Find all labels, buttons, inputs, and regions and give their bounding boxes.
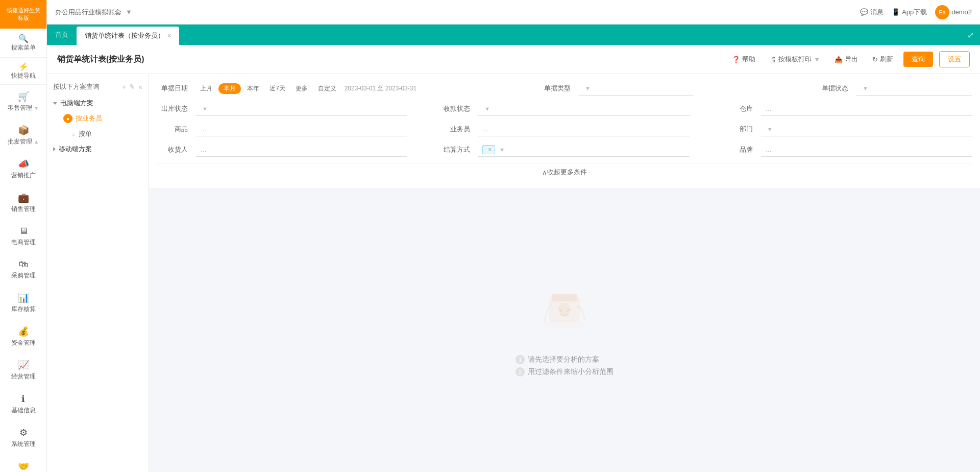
brand-placeholder: …	[765, 146, 772, 153]
sidebar-item-operations[interactable]: 📈 经营管理	[0, 353, 46, 387]
sales-icon: 💼	[0, 192, 46, 203]
warehouse-input[interactable]: …	[761, 102, 972, 116]
ecommerce-icon: 🖥	[0, 226, 46, 237]
user-menu[interactable]: Ea demo2	[935, 5, 972, 19]
sidebar-item-marketing[interactable]: 📣 营销推广	[0, 152, 46, 186]
sidebar-item-finance[interactable]: 💰 资金管理	[0, 320, 46, 353]
collect-status-input[interactable]: ▼	[478, 102, 689, 116]
finance-icon: 💰	[0, 326, 46, 337]
page-actions: ❓ 帮助 🖨 按模板打印 ▼ 📤 导出 ↻ 刷新 查询 设置	[728, 51, 970, 67]
out-status-dropdown-icon: ▼	[202, 106, 208, 112]
sidebar-search[interactable]: 🔍 按以下方案查询 搜索菜单	[0, 29, 46, 58]
print-icon: 🖨	[770, 56, 776, 63]
sidebar-item-basics[interactable]: ℹ 基础信息	[0, 387, 46, 421]
refresh-button[interactable]: ↻ 刷新	[868, 53, 897, 66]
brand-input[interactable]: …	[761, 143, 972, 157]
salesman-scheme-label: 按业务员	[76, 114, 102, 123]
salesman-label: 业务员	[439, 125, 470, 134]
tab-maximize-icon[interactable]: ⤢	[967, 30, 974, 40]
app-name: 办公用品行业模拟账套	[55, 8, 121, 17]
ecommerce-label: 电商管理	[11, 239, 36, 246]
sidebar-item-inventory[interactable]: 📊 库存核算	[0, 286, 46, 320]
sidebar-item-purchase[interactable]: 🛍 采购管理	[0, 253, 46, 286]
right-content: 单据日期 上月 本月 本年 近7天 更多 自定义 2023-03-01 至 20…	[149, 74, 980, 472]
filter-row-1: 单据日期 上月 本月 本年 近7天 更多 自定义 2023-03-01 至 20…	[157, 81, 972, 96]
receiver-placeholder: …	[200, 146, 207, 153]
quick-nav[interactable]: ⚡ 快捷导航	[0, 58, 46, 85]
message-icon: 💬	[860, 8, 868, 16]
main-area: 办公用品行业模拟账套 ▼ 💬 消息 📱 App下载 Ea demo2 首页	[47, 0, 980, 472]
settle-tag-close[interactable]: ×	[488, 146, 492, 153]
date-btn-lastmonth[interactable]: 上月	[196, 83, 216, 94]
print-button[interactable]: 🖨 按模板打印 ▼	[766, 53, 824, 66]
date-btn-custom[interactable]: 自定义	[314, 83, 340, 94]
scheme-item-salesman[interactable]: ● 按业务员	[47, 111, 149, 126]
print-dropdown-icon: ▼	[814, 56, 820, 63]
collapse-panel-icon[interactable]: «	[138, 83, 142, 91]
pc-scheme-group-header[interactable]: 电脑端方案	[47, 96, 149, 111]
basics-label: 基础信息	[11, 407, 36, 414]
receiver-input[interactable]: …	[196, 143, 407, 157]
svg-rect-2	[552, 294, 577, 301]
dept-dropdown-icon: ▼	[767, 126, 773, 132]
header-right: 💬 消息 📱 App下载 Ea demo2	[860, 5, 972, 19]
goods-input[interactable]: …	[196, 122, 407, 136]
query-button[interactable]: 查询	[903, 52, 933, 67]
doc-status-input[interactable]: ▼	[856, 81, 972, 96]
sub-scheme-item-order[interactable]: ≡ 按单	[47, 126, 149, 141]
date-btn-thismonth[interactable]: 本月	[218, 83, 241, 94]
out-status-input[interactable]: ▼	[196, 102, 407, 116]
tab-sales-stat[interactable]: 销货单统计表（按业务员） ×	[77, 27, 179, 45]
date-btn-more[interactable]: 更多	[291, 83, 312, 94]
empty-state: 1 请先选择要分析的方案 2 用过滤条件来缩小分析范围	[149, 188, 980, 472]
message-button[interactable]: 💬 消息	[860, 8, 884, 17]
search-menu-label: 搜索菜单	[0, 43, 46, 52]
settle-dropdown-icon: ▼	[499, 147, 505, 153]
pc-scheme-group: 电脑端方案 ● 按业务员 ≡ 按单	[47, 96, 149, 141]
purchase-icon: 🛍	[0, 259, 46, 270]
sidebar-item-enterprise[interactable]: 🤝 企业协同	[0, 455, 46, 472]
department-input[interactable]: ▼	[761, 122, 972, 136]
pc-scheme-chevron	[53, 102, 57, 105]
export-label: 导出	[845, 55, 858, 64]
tab-close-icon[interactable]: ×	[167, 32, 171, 39]
left-panel-title: 按以下方案查询	[53, 82, 100, 91]
sidebar-item-system[interactable]: ⚙ 系统管理	[0, 421, 46, 455]
collapse-button[interactable]: ∧ 收起更多条件	[157, 163, 972, 181]
export-button[interactable]: 📤 导出	[830, 53, 862, 66]
collapse-label: 收起更多条件	[547, 168, 587, 177]
add-scheme-icon[interactable]: +	[122, 83, 126, 91]
logo-text: 畅捷通好生意标版	[7, 7, 40, 22]
empty-steps-list: 1 请先选择要分析的方案 2 用过滤条件来缩小分析范围	[516, 352, 614, 380]
retail-icon: 🛒	[0, 91, 46, 102]
tab-home[interactable]: 首页	[47, 25, 77, 45]
salesman-input[interactable]: …	[478, 122, 689, 136]
help-button[interactable]: ❓ 帮助	[728, 53, 760, 66]
sidebar-item-wholesale[interactable]: 📦 批发管理 ▲	[0, 119, 46, 152]
wholesale-label: 批发管理	[8, 138, 32, 145]
app-download-icon: 📱	[892, 8, 900, 16]
settings-button[interactable]: 设置	[939, 51, 970, 67]
tab-home-label: 首页	[55, 30, 68, 39]
mobile-scheme-group-header[interactable]: 移动端方案	[47, 141, 149, 157]
page-title: 销货单统计表(按业务员)	[57, 54, 144, 65]
edit-scheme-icon[interactable]: ✎	[129, 83, 135, 91]
date-btn-thisyear[interactable]: 本年	[243, 83, 263, 94]
app-download-button[interactable]: 📱 App下载	[892, 8, 927, 17]
doc-type-input[interactable]: ▼	[579, 81, 694, 96]
mobile-scheme-label: 移动端方案	[59, 145, 92, 154]
doc-status-label: 单据状态	[818, 84, 848, 93]
sidebar-item-sales[interactable]: 💼 销售管理	[0, 186, 46, 220]
header-dropdown-icon[interactable]: ▼	[126, 8, 132, 16]
date-range-display: 2023-03-01 至 2023-03-31	[345, 84, 416, 93]
sidebar-item-ecommerce[interactable]: 🖥 电商管理	[0, 220, 46, 253]
collapse-chevron-icon: ∧	[542, 169, 547, 176]
settle-input[interactable]: × ▼	[478, 143, 689, 157]
svg-point-3	[558, 303, 571, 315]
date-btn-7days[interactable]: 近7天	[265, 83, 289, 94]
mobile-scheme-group: 移动端方案	[47, 141, 149, 157]
sidebar-item-retail[interactable]: 🛒 零售管理 ▼	[0, 85, 46, 119]
tab-sales-stat-label: 销货单统计表（按业务员）	[85, 31, 164, 40]
enterprise-icon: 🤝	[0, 461, 46, 472]
avatar-text: Ea	[939, 9, 946, 15]
